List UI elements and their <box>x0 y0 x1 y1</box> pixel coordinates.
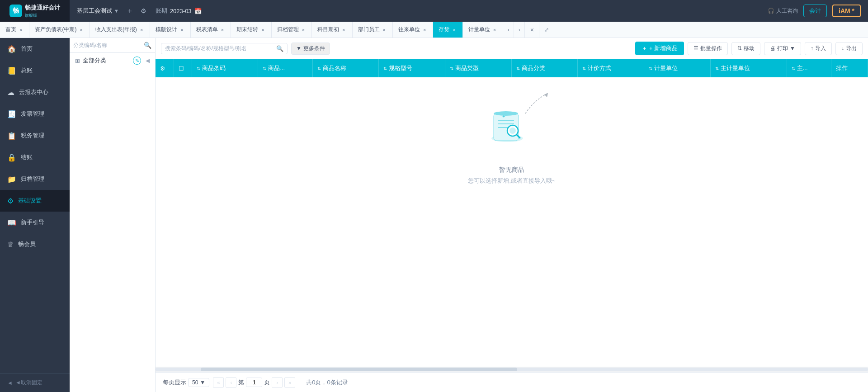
tab-balance-sheet[interactable]: 资产负债表(中期) × <box>29 22 90 38</box>
tab-prev-button[interactable]: ‹ <box>503 22 514 38</box>
sidebar-item-home-label: 首页 <box>21 45 33 53</box>
tab-contacts-close[interactable]: × <box>422 27 427 33</box>
col-spec[interactable]: ⇅规格型号 <box>379 59 445 77</box>
batch-label: 批量操作 <box>700 45 722 52</box>
category-search-icon[interactable]: 🔍 <box>144 42 151 49</box>
col-extra[interactable]: ⇅主... <box>787 59 831 77</box>
category-label: 全部分类 <box>83 57 106 65</box>
tab-dept-close[interactable]: × <box>382 27 387 33</box>
sidebar-item-archive[interactable]: 📁 归档管理 <box>0 168 70 190</box>
export-icon: ↓ <box>841 45 844 52</box>
add-tab-button[interactable]: ＋ <box>124 5 135 18</box>
tab-income[interactable]: 收入支出表(年报) × <box>90 22 150 38</box>
tab-unit-close[interactable]: × <box>492 27 497 33</box>
sidebar-item-invoice-label: 发票管理 <box>21 110 44 118</box>
col-name[interactable]: ⇅商品名称 <box>312 59 379 77</box>
company-selector[interactable]: 基层工会测试 ▼ <box>77 7 119 15</box>
category-edit-icon[interactable]: ✎ <box>133 57 141 65</box>
export-button[interactable]: ↓ 导出 <box>835 42 863 55</box>
tab-home[interactable]: 首页 × <box>0 22 29 38</box>
tab-period-transfer[interactable]: 期末结转 × <box>231 22 271 38</box>
product-search-input[interactable] <box>165 45 274 52</box>
settings-button[interactable]: ⚙ <box>139 5 148 16</box>
scrollbar-thumb[interactable] <box>201 368 517 371</box>
tab-template[interactable]: 模版设计 × <box>150 22 190 38</box>
category-search-input[interactable] <box>73 42 142 48</box>
last-page-button[interactable]: » <box>284 377 295 388</box>
print-button[interactable]: 🖨 打印 ▼ <box>764 42 801 55</box>
tab-subject-close[interactable]: × <box>341 27 346 33</box>
tab-income-close[interactable]: × <box>139 27 144 33</box>
gear-icon: ⚙ <box>7 197 14 205</box>
sidebar-item-member[interactable]: ♕ 畅会员 <box>0 233 70 255</box>
company-name: 基层工会测试 <box>77 7 112 15</box>
home-icon: 🏠 <box>7 45 16 53</box>
tab-inventory[interactable]: 存货 × <box>433 22 462 38</box>
sidebar-item-home[interactable]: 🏠 首页 <box>0 38 70 60</box>
first-page-icon: « <box>217 380 220 385</box>
page-size-label: 每页显示 <box>163 378 186 387</box>
tab-tax-close[interactable]: × <box>220 27 225 33</box>
sidebar-item-invoice[interactable]: 🧾 发票管理 <box>0 103 70 125</box>
sidebar-item-closing[interactable]: 🔒 结账 <box>0 146 70 168</box>
import-button[interactable]: ↑ 导入 <box>805 42 832 55</box>
sidebar-item-ledger[interactable]: 📒 总账 <box>0 60 70 81</box>
page-size-select-box[interactable]: 50 ▼ <box>188 378 209 387</box>
print-chevron-icon: ▼ <box>790 45 795 52</box>
sidebar-item-reports[interactable]: ☁ 云报表中心 <box>0 81 70 103</box>
col-type[interactable]: ⇅商品类型 <box>445 59 511 77</box>
col-category[interactable]: ⇅商品分类 <box>511 59 578 77</box>
empty-title: 暂无商品 <box>499 166 524 174</box>
tab-contacts[interactable]: 往来单位 × <box>393 22 433 38</box>
first-page-button[interactable]: « <box>213 377 224 388</box>
empty-state: ✦ 暂无商品 您可以选择新增,或者直接导入哦~ <box>156 77 868 212</box>
tab-next-button[interactable]: › <box>514 22 525 38</box>
move-label: 移动 <box>744 45 755 52</box>
tab-subject[interactable]: 科目期初 × <box>312 22 352 38</box>
add-product-button[interactable]: ＋ + 新增商品 <box>635 42 684 55</box>
col-barcode[interactable]: ⇅商品条码 <box>192 59 258 77</box>
next-page-button[interactable]: › <box>272 377 283 388</box>
tab-dept[interactable]: 部门员工 × <box>353 22 393 38</box>
account-button[interactable]: 会计 <box>803 5 827 17</box>
sidebar-item-guide[interactable]: 📖 新手引导 <box>0 212 70 233</box>
col-code[interactable]: ⇅商品... <box>258 59 313 77</box>
unpin-icon: ◄ <box>7 380 13 386</box>
horizontal-scrollbar[interactable] <box>156 367 868 372</box>
filter-search-icon[interactable]: 🔍 <box>276 45 283 52</box>
support-button[interactable]: 🎧 人工咨询 <box>768 7 798 15</box>
col-checkbox[interactable]: ☐ <box>174 59 192 77</box>
tab-template-close[interactable]: × <box>179 27 184 33</box>
col-unit[interactable]: ⇅计量单位 <box>644 59 710 77</box>
iam-button[interactable]: iAM * <box>832 5 861 17</box>
tab-unit[interactable]: 计量单位 × <box>463 22 503 38</box>
product-table: ⚙ ☐ ⇅商品条码 ⇅商品... ⇅商品名称 ⇅规格型号 ⇅商品类型 ⇅商品分类… <box>156 59 868 77</box>
tab-period-transfer-close[interactable]: × <box>260 27 265 33</box>
tab-expand-button[interactable]: ⤢ <box>539 22 554 38</box>
col-main-unit[interactable]: ⇅主计量单位 <box>710 59 787 77</box>
unpin-button[interactable]: ◄ ◄取消固定 <box>0 373 70 392</box>
prev-page-button[interactable]: ‹ <box>226 377 236 388</box>
move-button[interactable]: ⇅ 移动 <box>731 42 760 55</box>
sidebar-item-reports-label: 云报表中心 <box>19 88 48 96</box>
batch-operation-button[interactable]: ☰ 批量操作 <box>688 42 728 55</box>
sidebar-item-tax[interactable]: 📋 税务管理 <box>0 125 70 146</box>
calendar-icon[interactable]: 📅 <box>194 8 202 14</box>
tab-home-close[interactable]: × <box>18 27 24 33</box>
tab-close-all-button[interactable]: × <box>525 22 539 38</box>
app-sub: 旗舰版 <box>25 13 60 19</box>
col-pricing[interactable]: ⇅计价方式 <box>578 59 644 77</box>
category-header[interactable]: ⊞ 全部分类 ✎ ◀ <box>70 53 155 68</box>
more-filter-button[interactable]: ▼ 更多条件 <box>291 43 330 55</box>
filter-search-box: 🔍 <box>161 43 288 54</box>
sidebar-item-settings[interactable]: ⚙ 基础设置 <box>0 190 70 212</box>
tab-inventory-close[interactable]: × <box>451 27 457 33</box>
batch-icon: ☰ <box>693 45 698 52</box>
tab-archive[interactable]: 归档管理 × <box>272 22 312 38</box>
col-settings[interactable]: ⚙ <box>156 59 174 77</box>
panel-collapse-icon[interactable]: ◀ <box>146 57 150 64</box>
tab-archive-close[interactable]: × <box>301 27 306 33</box>
page-number-input[interactable] <box>246 378 262 387</box>
tab-balance-sheet-close[interactable]: × <box>78 27 84 33</box>
tab-tax[interactable]: 税表清单 × <box>191 22 231 38</box>
